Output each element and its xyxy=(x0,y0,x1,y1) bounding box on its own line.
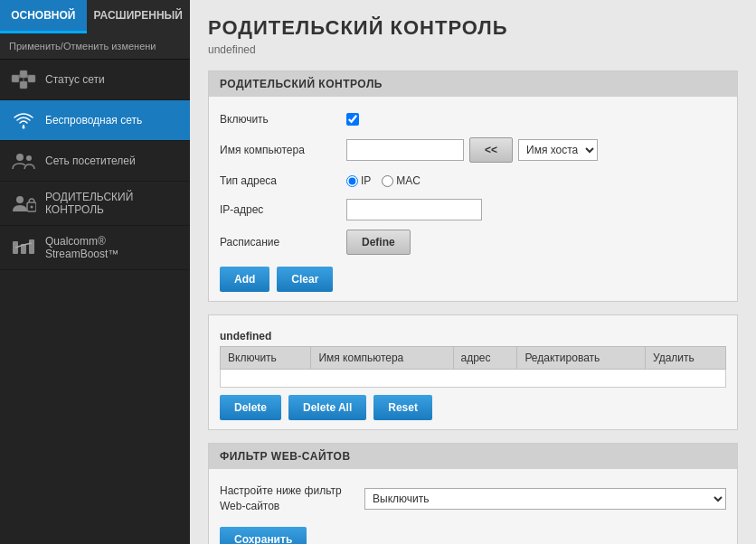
table-actions-row: Delete Delete All Reset xyxy=(220,395,726,420)
parental-icon xyxy=(11,192,36,214)
svg-rect-1 xyxy=(20,70,27,78)
wifi-icon xyxy=(11,109,36,131)
svg-point-8 xyxy=(16,154,24,161)
web-filter-select-wrapper: Выключить Включить xyxy=(364,488,726,510)
computer-name-label: Имя компьютера xyxy=(220,144,346,156)
web-filter-panel: Фильтр Web-сайтов Настройте ниже фильтр … xyxy=(208,443,738,544)
enable-label: Включить xyxy=(220,113,346,126)
page-title: РОДИТЕЛЬСКИЙ КОНТРОЛЬ xyxy=(208,16,738,40)
parental-panel-header: РОДИТЕЛЬСКИЙ КОНТРОЛЬ xyxy=(209,71,737,97)
computer-name-input[interactable] xyxy=(346,139,464,161)
parental-table: Включить Имя компьютера адрес Редактиров… xyxy=(220,346,726,388)
schedule-row: Расписание Define xyxy=(220,225,726,259)
col-edit: Редактировать xyxy=(517,347,646,370)
address-type-radio-group: IP MAC xyxy=(346,174,421,187)
sidebar-tabs: ОСНОВНОЙ РАСШИРЕННЫЙ xyxy=(0,0,190,33)
enable-checkbox[interactable] xyxy=(346,113,359,126)
schedule-control: Define xyxy=(346,230,726,255)
hostname-select[interactable]: Имя хоста xyxy=(518,139,598,161)
schedule-label: Расписание xyxy=(220,236,346,249)
users-icon xyxy=(11,150,36,172)
add-clear-row: Add Clear xyxy=(220,267,726,292)
svg-point-10 xyxy=(16,196,24,203)
table-header-row: Включить Имя компьютера адрес Редактиров… xyxy=(221,347,726,370)
sidebar-item-streamboost[interactable]: Qualcomm® StreamBoost™ xyxy=(0,226,190,270)
delete-all-button[interactable]: Delete All xyxy=(288,395,366,420)
reset-button[interactable]: Reset xyxy=(373,395,432,420)
sidebar-item-parental[interactable]: РОДИТЕЛЬСКИЙ КОНТРОЛЬ xyxy=(0,182,190,226)
apply-bar: Применить/Отменить изменени xyxy=(0,33,190,60)
enable-row: Включить xyxy=(220,106,726,133)
sidebar-item-label-guest: Сеть посетителей xyxy=(45,155,136,167)
svg-point-9 xyxy=(26,155,32,161)
streamboost-icon xyxy=(11,237,36,258)
table-subtitle: undefined xyxy=(220,324,726,346)
svg-point-7 xyxy=(23,127,25,129)
address-type-row: Тип адреса IP MAC xyxy=(220,167,726,194)
parental-panel-body: Включить Имя компьютера << Имя хоста xyxy=(209,97,737,301)
add-button[interactable]: Add xyxy=(220,267,269,292)
address-type-label: Тип адреса xyxy=(220,174,346,187)
ip-address-row: IP-адрес xyxy=(220,194,726,225)
col-enable: Включить xyxy=(221,347,311,370)
table-empty-row xyxy=(221,370,726,388)
hostname-arrow-button[interactable]: << xyxy=(469,137,513,163)
main-header: РОДИТЕЛЬСКИЙ КОНТРОЛЬ undefined xyxy=(190,0,756,70)
web-filter-header: Фильтр Web-сайтов xyxy=(209,444,737,469)
ip-address-input[interactable] xyxy=(346,199,482,220)
radio-ip-label[interactable]: IP xyxy=(346,174,371,187)
ip-address-control xyxy=(346,199,726,220)
col-computer-name: Имя компьютера xyxy=(311,347,453,370)
svg-rect-0 xyxy=(12,75,19,82)
computer-name-row: Имя компьютера << Имя хоста xyxy=(220,133,726,167)
sidebar-item-guest[interactable]: Сеть посетителей xyxy=(0,141,190,182)
web-filter-row: Настройте ниже фильтр Web-сайтов Выключи… xyxy=(220,478,726,520)
sidebar-item-network-status[interactable]: Статус сети xyxy=(0,60,190,100)
svg-line-5 xyxy=(27,74,28,79)
col-address: адрес xyxy=(453,347,517,370)
clear-button[interactable]: Clear xyxy=(277,267,333,292)
tab-advanced[interactable]: РАСШИРЕННЫЙ xyxy=(87,0,190,33)
table-panel: undefined Включить Имя компьютера адрес … xyxy=(208,314,738,430)
save-button[interactable]: Сохранить xyxy=(220,527,307,544)
main-content: РОДИТЕЛЬСКИЙ КОНТРОЛЬ undefined РОДИТЕЛЬ… xyxy=(190,0,756,544)
network-icon xyxy=(11,69,36,90)
svg-rect-2 xyxy=(28,75,35,82)
parental-control-panel: РОДИТЕЛЬСКИЙ КОНТРОЛЬ Включить Имя компь… xyxy=(208,70,738,302)
svg-line-4 xyxy=(19,74,20,79)
sidebar-item-wireless[interactable]: Беспроводная сеть xyxy=(0,100,190,141)
sidebar: ОСНОВНОЙ РАСШИРЕННЫЙ Применить/Отменить … xyxy=(0,0,190,544)
sidebar-item-label-network: Статус сети xyxy=(45,73,105,86)
save-row: Сохранить xyxy=(220,527,726,544)
ip-address-label: IP-адрес xyxy=(220,203,346,216)
sidebar-item-label-streamboost: Qualcomm® StreamBoost™ xyxy=(45,235,179,260)
radio-mac-label[interactable]: MAC xyxy=(382,174,421,187)
tab-main[interactable]: ОСНОВНОЙ xyxy=(0,0,87,33)
sidebar-item-label-wireless: Беспроводная сеть xyxy=(45,114,142,127)
define-button[interactable]: Define xyxy=(346,230,411,255)
computer-name-control: << Имя хоста xyxy=(346,137,726,163)
web-filter-body: Настройте ниже фильтр Web-сайтов Выключи… xyxy=(209,469,737,544)
radio-ip[interactable] xyxy=(346,175,358,187)
col-delete: Удалить xyxy=(645,347,725,370)
delete-button[interactable]: Delete xyxy=(220,395,281,420)
web-filter-label: Настройте ниже фильтр Web-сайтов xyxy=(220,483,364,514)
enable-control xyxy=(346,113,726,126)
svg-rect-3 xyxy=(20,81,27,89)
table-panel-body: undefined Включить Имя компьютера адрес … xyxy=(209,315,737,429)
sidebar-item-label-parental: РОДИТЕЛЬСКИЙ КОНТРОЛЬ xyxy=(45,191,179,216)
svg-rect-15 xyxy=(29,239,34,254)
address-type-control: IP MAC xyxy=(346,174,726,187)
svg-point-12 xyxy=(31,206,33,209)
radio-mac[interactable] xyxy=(382,175,393,187)
main-body: РОДИТЕЛЬСКИЙ КОНТРОЛЬ Включить Имя компь… xyxy=(190,70,756,544)
web-filter-select[interactable]: Выключить Включить xyxy=(364,488,726,510)
page-subtitle: undefined xyxy=(208,43,738,56)
